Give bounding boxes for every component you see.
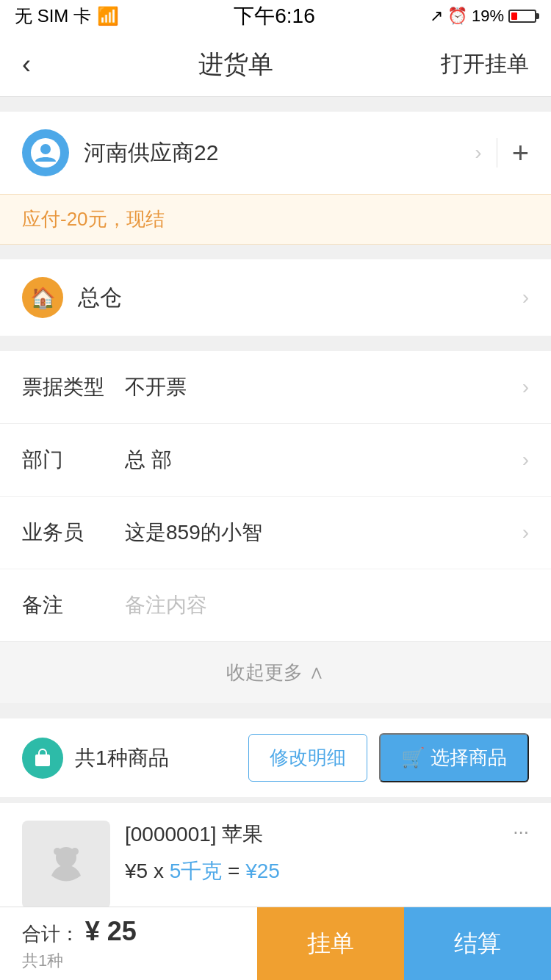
status-left: 无 SIM 卡 📶 [15,4,119,28]
supplier-section: 河南供应商22 › + 应付-20元，现结 [0,112,551,245]
hang-order-button[interactable]: 挂单 [257,907,404,981]
remark-row[interactable]: 备注 备注内容 [0,569,551,641]
supplier-row[interactable]: 河南供应商22 › + [0,112,551,194]
warehouse-section: 🏠 总仓 › [0,259,551,336]
warehouse-icon: 🏠 [22,277,63,318]
department-value: 总 部 [110,446,522,474]
form-section: 票据类型 不开票 › 部门 总 部 › 业务员 这是859的小智 › 备注 备注… [0,350,551,641]
open-pending-button[interactable]: 打开挂单 [441,49,529,79]
product-thumbnail [22,821,110,909]
salesperson-value: 这是859的小智 [110,519,522,547]
avatar-icon [31,138,60,167]
price-multiply: x [154,860,170,882]
checkout-button[interactable]: 结算 [404,907,551,981]
status-time: 下午6:16 [234,2,315,30]
department-chevron-icon: › [522,448,529,472]
add-button[interactable]: + [512,137,529,170]
warehouse-row[interactable]: 🏠 总仓 › [0,259,551,336]
warehouse-name: 总仓 [78,283,522,313]
cart-icon: 🛒 [401,746,425,769]
product-info: [0000001] 苹果 ¥5 x 5千克 = ¥25 [125,821,498,885]
divider-2 [0,336,551,350]
price-quantity: 5千克 [170,860,223,882]
supplier-avatar [22,129,69,176]
product-name: [0000001] 苹果 [125,821,498,849]
product-count-text: 共1种商品 [75,744,237,772]
remark-label: 备注 [22,591,110,619]
invoice-chevron-icon: › [522,375,529,399]
battery-percentage: 19% [472,7,504,26]
select-product-label: 选择商品 [431,745,507,771]
status-bar: 无 SIM 卡 📶 下午6:16 ↗ ⏰ 19% [0,0,551,32]
svg-point-3 [54,848,61,855]
product-header: 共1种商品 修改明细 🛒 选择商品 [0,718,551,797]
supplier-right-actions: › + [475,137,529,170]
price-base: ¥5 [125,860,148,882]
total-amount: ¥ 25 [85,916,137,946]
collapse-row[interactable]: 收起更多 ∧ [0,641,551,703]
warehouse-chevron-icon: › [522,286,529,309]
collapse-label: 收起更多 ∧ [226,660,324,685]
remark-input[interactable]: 备注内容 [110,591,529,619]
page-title: 进货单 [198,48,273,82]
location-icon: ↗ [430,7,443,26]
status-right: ↗ ⏰ 19% [430,7,536,26]
salesperson-label: 业务员 [22,519,110,547]
total-line: 合计： ¥ 25 [22,916,235,947]
top-divider [0,97,551,112]
edit-detail-button[interactable]: 修改明细 [248,734,367,782]
supplier-chevron-icon: › [475,141,481,165]
svg-point-0 [40,144,51,154]
total-label: 合计： [22,923,79,945]
invoice-value: 不开票 [110,373,522,401]
svg-point-4 [71,848,79,855]
product-menu-button[interactable]: ··· [513,821,529,843]
department-label: 部门 [22,446,110,474]
total-section: 合计： ¥ 25 共1种 [0,916,257,972]
department-row[interactable]: 部门 总 部 › [0,423,551,496]
price-total: ¥25 [245,860,280,882]
carrier-text: 无 SIM 卡 [15,4,91,28]
vertical-divider [497,138,497,167]
nav-bar: ‹ 进货单 打开挂单 [0,32,551,97]
svg-rect-1 [35,754,50,766]
wifi-icon: 📶 [97,6,119,26]
invoice-label: 票据类型 [22,373,110,401]
invoice-type-row[interactable]: 票据类型 不开票 › [0,350,551,423]
salesperson-row[interactable]: 业务员 这是859的小智 › [0,496,551,569]
battery-icon [508,10,536,23]
alarm-icon: ⏰ [447,7,467,26]
product-price: ¥5 x 5千克 = ¥25 [125,857,498,885]
supplier-name: 河南供应商22 [84,138,475,168]
divider-3 [0,703,551,718]
total-count: 共1种 [22,950,235,972]
price-equals: = [228,860,245,882]
divider-1 [0,245,551,259]
warning-banner: 应付-20元，现结 [0,194,551,245]
salesperson-chevron-icon: › [522,521,529,544]
back-button[interactable]: ‹ [22,49,31,80]
select-product-button[interactable]: 🛒 选择商品 [379,733,529,782]
bottom-bar: 合计： ¥ 25 共1种 挂单 结算 [0,907,551,980]
product-bag-icon [22,738,63,779]
